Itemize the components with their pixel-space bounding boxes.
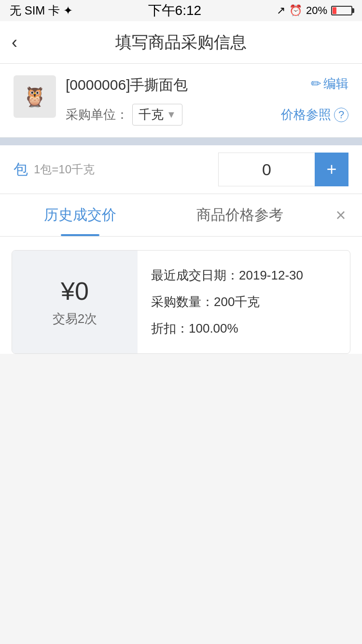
dropdown-arrow-icon: ▼ [167,109,176,120]
quantity-increment-button[interactable]: + [315,153,348,186]
alarm-icon: ⏰ [289,4,302,17]
back-button[interactable]: ‹ [12,32,17,53]
transaction-summary: ¥0 交易2次 [12,251,138,353]
price-reference-button[interactable]: 价格参照 ? [281,106,348,123]
help-icon: ? [334,108,348,122]
quantity-control: + [218,153,348,186]
location-icon: ↗ [277,4,285,17]
transaction-card: ¥0 交易2次 最近成交日期：2019-12-30 采购数量：200千克 折扣：… [12,250,350,354]
status-left: 无 SIM 卡 ✦ [10,3,73,18]
unit-label: 采购单位： 千克 ▼ [66,104,182,126]
unit-box-label: 包 [14,160,28,180]
tab-active-indicator [61,234,99,236]
tab-history-price[interactable]: 历史成交价 [0,194,160,236]
tabs-panel: 历史成交价 商品价格参考 × ¥0 交易2次 最近成交日期：2019-12-30… [0,194,362,354]
quantity-row: 包 1包=10千克 + [0,145,362,194]
section-divider [0,138,362,145]
unit-value: 千克 [139,106,164,123]
product-info: [0000006]手撕面包 ✏ 编辑 采购单位： 千克 ▼ 价格参照 ? [66,75,348,126]
battery-text: 20% [306,4,327,17]
product-card: 🦉 [0000006]手撕面包 ✏ 编辑 采购单位： 千克 ▼ [0,64,362,138]
tab-close-button[interactable]: × [320,194,362,237]
unit-select[interactable]: 千克 ▼ [132,104,182,126]
unit-conversion-text: 1包=10千克 [34,162,95,177]
edit-icon: ✏ [311,76,321,91]
status-bar: 无 SIM 卡 ✦ 下午6:12 ↗ ⏰ 20% [0,0,362,21]
edit-button[interactable]: ✏ 编辑 [311,75,348,92]
page-title: 填写商品采购信息 [115,31,247,54]
tab-price-reference[interactable]: 商品价格参考 [160,194,320,236]
status-time: 下午6:12 [148,1,202,20]
battery-icon [331,6,352,15]
purchase-qty-row: 采购数量：200千克 [151,293,336,311]
sim-status: 无 SIM 卡 ✦ [10,3,73,18]
discount-row: 折扣：100.00% [151,319,336,338]
quantity-unit-info: 包 1包=10千克 [14,160,95,180]
transaction-count: 交易2次 [53,310,97,327]
tabs-header: 历史成交价 商品价格参考 × [0,194,362,237]
product-name: [0000006]手撕面包 [66,75,311,95]
transaction-details: 最近成交日期：2019-12-30 采购数量：200千克 折扣：100.00% [138,251,350,353]
transaction-price: ¥0 [61,277,89,306]
recent-date-row: 最近成交日期：2019-12-30 [151,266,336,285]
nav-bar: ‹ 填写商品采购信息 [0,21,362,64]
status-right: ↗ ⏰ 20% [277,4,352,17]
product-thumbnail: 🦉 [14,75,56,118]
content-area [0,367,362,644]
quantity-input[interactable] [218,153,315,186]
product-logo-icon: 🦉 [23,85,47,108]
